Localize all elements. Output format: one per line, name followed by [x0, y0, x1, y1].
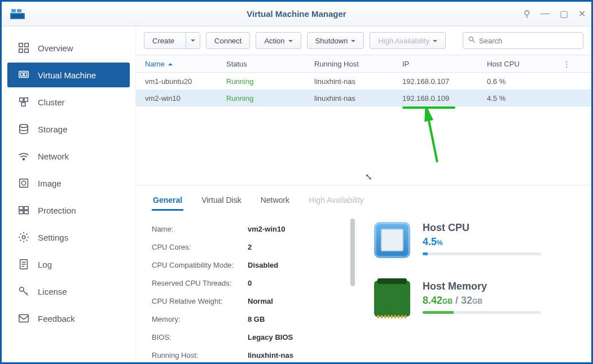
svg-rect-5: [25, 43, 28, 47]
host-cpu-stat: Host CPU 4.5%: [374, 222, 577, 258]
table-row[interactable]: vm2-win10 Running linuxhint-nas 192.168.…: [136, 90, 591, 106]
svg-rect-28: [19, 315, 29, 322]
svg-rect-6: [19, 49, 23, 52]
image-icon: [17, 177, 30, 189]
sidebar-item-label: Image: [38, 179, 62, 188]
general-properties: Name:vm2-win10 CPU Cores:2 CPU Compatibi…: [136, 211, 350, 362]
svg-rect-13: [21, 103, 25, 106]
svg-point-27: [20, 287, 24, 291]
cluster-icon: [17, 96, 30, 108]
columns-menu-icon[interactable]: ⋮: [560, 60, 573, 68]
sidebar-item-label: Log: [38, 260, 52, 269]
cursor-icon: ⤡: [365, 172, 372, 182]
svg-rect-11: [20, 98, 23, 101]
svg-rect-1: [11, 14, 24, 18]
vm-icon: [17, 69, 30, 81]
sidebar-item-image[interactable]: Image: [7, 171, 130, 196]
svg-rect-10: [24, 73, 27, 76]
tab-high-availability[interactable]: High Availability: [308, 191, 365, 211]
svg-rect-21: [24, 211, 28, 214]
sidebar-item-storage[interactable]: Storage: [7, 117, 130, 141]
svg-point-22: [22, 236, 25, 239]
sidebar-item-label: License: [38, 287, 67, 296]
app-icon: [10, 8, 25, 20]
network-icon: [17, 150, 30, 162]
host-memory-stat: Host Memory 8.42GB / 32GB: [374, 281, 577, 317]
maximize-icon[interactable]: ▢: [560, 8, 568, 19]
protection-icon: [17, 204, 30, 216]
window-title: Virtual Machine Manager: [2, 9, 591, 19]
svg-rect-16: [20, 179, 28, 188]
sidebar-item-network[interactable]: Network: [7, 144, 130, 168]
chevron-down-icon[interactable]: [186, 33, 200, 48]
sidebar-item-overview[interactable]: Overview: [7, 35, 130, 60]
sidebar-item-label: Virtual Machine: [38, 70, 96, 80]
chevron-down-icon: [288, 37, 293, 45]
th-host-cpu[interactable]: Host CPU: [487, 60, 560, 68]
host-memory-title: Host Memory: [423, 281, 541, 292]
search-icon: [468, 35, 476, 46]
gear-icon: [17, 231, 30, 243]
svg-point-15: [23, 158, 25, 160]
connect-button[interactable]: Connect: [206, 32, 250, 49]
search-input[interactable]: [479, 37, 578, 45]
th-ip[interactable]: IP: [402, 60, 487, 68]
sidebar-item-label: Network: [38, 152, 69, 161]
action-button[interactable]: Action: [256, 32, 301, 49]
search-box[interactable]: [463, 32, 583, 49]
sidebar-item-feedback[interactable]: Feedback: [7, 306, 130, 331]
log-icon: [17, 258, 30, 270]
sidebar-item-label: Protection: [38, 206, 76, 215]
svg-point-17: [21, 181, 25, 185]
chevron-down-icon: [351, 37, 355, 45]
vm-list-empty-area: ⤡: [136, 106, 591, 185]
svg-line-30: [473, 41, 475, 43]
memory-usage-bar: [423, 311, 541, 314]
details-panel: General Virtual Disk Network High Availa…: [136, 185, 591, 362]
sidebar-item-virtual-machine[interactable]: Virtual Machine: [7, 63, 130, 87]
pin-icon[interactable]: ⚲: [524, 8, 530, 19]
tab-virtual-disk[interactable]: Virtual Disk: [200, 191, 243, 211]
th-status[interactable]: Status: [226, 60, 314, 68]
chevron-down-icon: [433, 37, 437, 45]
svg-line-32: [427, 112, 437, 162]
svg-rect-9: [21, 73, 24, 76]
sidebar-item-protection[interactable]: Protection: [7, 198, 130, 223]
sidebar: Overview Virtual Machine Cluster Storage…: [2, 26, 136, 362]
tab-general[interactable]: General: [152, 191, 183, 211]
svg-rect-3: [17, 9, 21, 12]
sidebar-item-log[interactable]: Log: [7, 252, 130, 277]
high-availability-button[interactable]: High Availability: [370, 32, 446, 49]
host-cpu-title: Host CPU: [423, 222, 541, 234]
th-name[interactable]: Name: [136, 60, 226, 68]
sidebar-item-label: Overview: [38, 43, 73, 53]
storage-icon: [17, 123, 30, 135]
sidebar-item-cluster[interactable]: Cluster: [7, 90, 130, 114]
sidebar-item-license[interactable]: License: [7, 279, 130, 304]
svg-rect-19: [24, 207, 28, 210]
cpu-icon: [374, 222, 410, 258]
svg-point-14: [20, 125, 28, 128]
svg-rect-18: [19, 207, 23, 210]
svg-rect-2: [11, 9, 16, 12]
sidebar-item-settings[interactable]: Settings: [7, 225, 130, 250]
svg-rect-4: [19, 43, 23, 47]
memory-icon: [374, 281, 410, 317]
tab-network[interactable]: Network: [260, 191, 291, 211]
table-header: Name Status Running Host IP Host CPU ⋮: [136, 55, 591, 73]
svg-rect-20: [19, 211, 23, 214]
close-icon[interactable]: ✕: [578, 8, 586, 19]
mail-icon: [17, 312, 30, 325]
create-button[interactable]: Create: [144, 32, 200, 49]
toolbar: Create Connect Action Shutdown High Avai…: [136, 26, 591, 55]
svg-point-29: [469, 37, 473, 41]
table-row[interactable]: vm1-ubuntu20 Running linuxhint-nas 192.1…: [136, 73, 591, 90]
key-icon: [17, 285, 30, 298]
th-running-host[interactable]: Running Host: [314, 60, 402, 68]
minimize-icon[interactable]: —: [541, 8, 550, 19]
scrollbar[interactable]: [350, 219, 355, 354]
sidebar-item-label: Feedback: [38, 314, 75, 323]
shutdown-button[interactable]: Shutdown: [307, 32, 364, 49]
svg-rect-7: [25, 49, 28, 52]
sidebar-item-label: Cluster: [38, 97, 65, 107]
